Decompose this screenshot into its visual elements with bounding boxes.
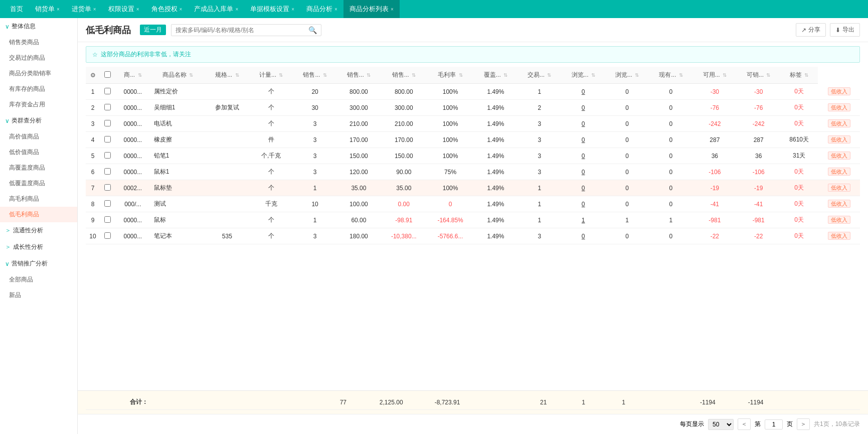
row-name[interactable]: 鼠标垫 [151, 180, 205, 196]
col-stock[interactable]: 现有... ⇅ [649, 67, 692, 84]
row-name[interactable]: 橡皮擦 [151, 132, 205, 148]
close-icon[interactable]: × [180, 7, 183, 12]
sidebar-item-high-margin[interactable]: 高毛利商品 [0, 191, 77, 207]
row-name[interactable]: 铅笔1 [151, 148, 205, 164]
row-checkbox[interactable] [100, 164, 115, 180]
sidebar-item-high-coverage[interactable]: 高覆盖度商品 [0, 160, 77, 176]
col-code[interactable]: 商... ⇅ [115, 67, 151, 84]
col-available[interactable]: 可用... ⇅ [693, 67, 737, 84]
row-name[interactable]: 吴细细1 [151, 100, 205, 116]
filter-tag-button[interactable]: 近一月 [140, 25, 166, 35]
row-name[interactable]: 属性定价 [151, 84, 205, 100]
col-browse1[interactable]: 浏览... ⇅ [562, 67, 605, 84]
nav-goods-analysis[interactable]: 商品分析 × [300, 0, 343, 18]
sidebar-item-traded-goods[interactable]: 交易过的商品 [0, 50, 77, 66]
nav-home[interactable]: 首页 [4, 0, 29, 18]
row-checkbox[interactable] [100, 132, 115, 148]
row-name[interactable]: 鼠标1 [151, 164, 205, 180]
row-available: 287 [737, 132, 780, 148]
col-unit[interactable]: 计量... ⇅ [249, 67, 293, 84]
nav-purchase[interactable]: 进货单 × [66, 0, 102, 18]
prev-page-button[interactable]: ＜ [738, 418, 751, 430]
row-checkbox[interactable] [100, 84, 115, 100]
sidebar-group-growth-title[interactable]: ＞ 成长性分析 [0, 239, 77, 255]
table-row: 2 0000... 吴细细1 参加复试 个 30 300.00 300.00 1… [86, 100, 860, 116]
col-spec[interactable]: 规格... ⇅ [205, 67, 249, 84]
sidebar-item-new-goods[interactable]: 新品 [0, 287, 77, 303]
next-page-button[interactable]: ＞ [797, 418, 810, 430]
sidebar-item-low-margin[interactable]: 低毛利商品 [0, 207, 77, 222]
sidebar-item-stock-capital[interactable]: 库存资金占用 [0, 97, 77, 112]
sidebar-item-all-goods[interactable]: 全部商品 [0, 272, 77, 287]
row-unit: 个 [249, 164, 293, 180]
col-sale-amount[interactable]: 销售... ⇅ [337, 67, 381, 84]
close-icon[interactable]: × [391, 7, 394, 12]
row-checkbox[interactable] [100, 116, 115, 132]
col-sale-qty[interactable]: 销售... ⇅ [293, 67, 336, 84]
row-checkbox[interactable] [100, 180, 115, 196]
sidebar-group-marketing-title[interactable]: ∨ 营销推广分析 [0, 255, 77, 272]
close-icon[interactable]: × [57, 7, 60, 12]
sidebar-item-low-value[interactable]: 低价值商品 [0, 144, 77, 160]
col-checkbox[interactable] [100, 67, 115, 84]
row-name[interactable]: 笔记本 [151, 228, 205, 244]
row-name[interactable]: 鼠标 [151, 212, 205, 228]
col-sellable[interactable]: 可销... ⇅ [737, 67, 780, 84]
close-icon[interactable]: × [291, 7, 294, 12]
row-name[interactable]: 电话机 [151, 116, 205, 132]
col-profit-rate[interactable]: 毛利率 ⇅ [427, 67, 473, 84]
row-transaction[interactable]: 0 [562, 100, 605, 116]
row-checkbox[interactable] [100, 228, 115, 244]
close-icon[interactable]: × [235, 7, 238, 12]
nav-role[interactable]: 角色授权 × [145, 0, 189, 18]
per-page-select[interactable]: 50 100 200 [708, 419, 734, 430]
row-transaction[interactable]: 0 [562, 84, 605, 100]
nav-permission[interactable]: 权限设置 × [102, 0, 145, 18]
share-button[interactable]: ↗ 分享 [796, 23, 826, 37]
row-checkbox[interactable] [100, 212, 115, 228]
select-all-checkbox[interactable] [104, 71, 111, 78]
col-settings[interactable]: ⚙ [86, 67, 100, 84]
close-icon[interactable]: × [334, 7, 337, 12]
row-checkbox[interactable] [100, 148, 115, 164]
row-transaction[interactable]: 0 [562, 132, 605, 148]
row-tag: 低收入 [818, 212, 860, 228]
nav-goods-analysis-list[interactable]: 商品分析列表 × [343, 0, 400, 18]
row-coverage: 3 [517, 132, 561, 148]
sidebar-group-liquidity-title[interactable]: ＞ 流通性分析 [0, 222, 77, 239]
col-name[interactable]: 商品名称 ⇅ [151, 67, 205, 84]
row-transaction[interactable]: 0 [562, 164, 605, 180]
row-transaction[interactable]: 0 [562, 148, 605, 164]
row-transaction[interactable]: 0 [562, 228, 605, 244]
page-number-input[interactable] [765, 419, 783, 429]
sidebar-group-overall-title[interactable]: ∨ 整体信息 [0, 18, 77, 35]
close-icon[interactable]: × [136, 7, 139, 12]
row-coverage: 3 [517, 148, 561, 164]
search-icon[interactable]: 🔍 [308, 26, 317, 34]
col-sale-profit[interactable]: 销售... ⇅ [381, 67, 427, 84]
sidebar-group-cluster-title[interactable]: ∨ 类群查分析 [0, 112, 77, 129]
row-checkbox[interactable] [100, 196, 115, 212]
col-transaction[interactable]: 交易... ⇅ [517, 67, 561, 84]
sidebar-item-high-value[interactable]: 高价值商品 [0, 129, 77, 144]
sidebar-item-sales-goods[interactable]: 销售类商品 [0, 35, 77, 50]
row-transaction[interactable]: 0 [562, 196, 605, 212]
export-button[interactable]: ⬇ 导出 [830, 23, 860, 37]
col-browse2[interactable]: 浏览... ⇅ [605, 67, 649, 84]
row-checkbox[interactable] [100, 100, 115, 116]
sidebar-item-category-sales[interactable]: 商品分类助销率 [0, 66, 77, 81]
row-transaction[interactable]: 0 [562, 116, 605, 132]
close-icon[interactable]: × [93, 7, 96, 12]
row-name[interactable]: 测试 [151, 196, 205, 212]
nav-template[interactable]: 单据模板设置 × [244, 0, 300, 18]
sidebar-item-low-coverage[interactable]: 低覆盖度商品 [0, 176, 77, 191]
sidebar-item-stocked-goods[interactable]: 有库存的商品 [0, 81, 77, 97]
col-tag[interactable]: 标签 ⇅ [780, 67, 818, 84]
search-input[interactable] [176, 27, 308, 34]
col-coverage[interactable]: 覆盖... ⇅ [474, 67, 517, 84]
nav-product-entry[interactable]: 产成品入库单 × [188, 0, 244, 18]
row-transaction[interactable]: 0 [562, 180, 605, 196]
row-transaction[interactable]: 1 [562, 212, 605, 228]
nav-sales[interactable]: 销货单 × [29, 0, 66, 18]
row-profit-rate: -5766.6... [427, 228, 473, 244]
